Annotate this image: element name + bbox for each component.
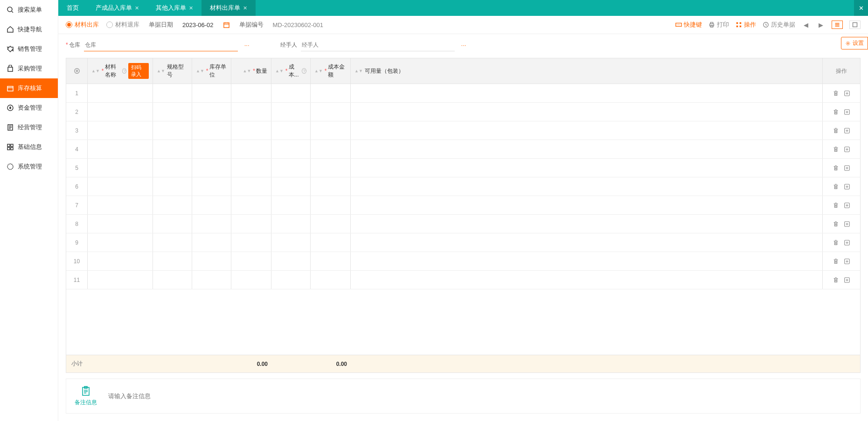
table-row[interactable]: 3 (66, 121, 860, 140)
cell-available[interactable] (351, 84, 823, 102)
sidebar-item-quicknav[interactable]: 快捷导航 (0, 20, 58, 39)
cell-name[interactable] (88, 215, 153, 233)
tab-finished-in[interactable]: 产成品入库单✕ (87, 0, 147, 16)
cell-unit[interactable] (192, 84, 231, 102)
cell-name[interactable] (88, 196, 153, 214)
close-icon[interactable]: ✕ (189, 5, 193, 11)
delete-icon[interactable] (833, 202, 839, 209)
list-view-toggle[interactable] (832, 21, 843, 29)
add-icon[interactable] (844, 146, 850, 153)
cell-cost[interactable] (271, 233, 311, 252)
more-icon[interactable]: ··· (242, 42, 252, 49)
cell-spec[interactable] (153, 233, 192, 252)
add-icon[interactable] (844, 277, 850, 283)
help-icon[interactable]: ? (302, 68, 306, 74)
cell-unit[interactable] (192, 121, 231, 140)
cell-qty[interactable] (231, 252, 271, 270)
add-icon[interactable] (844, 258, 850, 265)
cell-qty[interactable] (231, 215, 271, 233)
cell-available[interactable] (351, 177, 823, 196)
cell-name[interactable] (88, 177, 153, 196)
radio-material-return[interactable]: 材料退库 (106, 21, 139, 29)
cell-available[interactable] (351, 271, 823, 289)
delete-icon[interactable] (833, 277, 839, 283)
shortcut-button[interactable]: 快捷键 (675, 21, 702, 29)
cell-spec[interactable] (153, 196, 192, 214)
cell-cost[interactable] (271, 84, 311, 102)
cell-qty[interactable] (231, 103, 271, 121)
cell-qty[interactable] (231, 159, 271, 177)
calendar-icon[interactable] (223, 21, 230, 28)
cell-spec[interactable] (153, 84, 192, 102)
add-icon[interactable] (844, 202, 850, 209)
delete-icon[interactable] (833, 165, 839, 171)
warehouse-input[interactable] (84, 39, 238, 51)
sidebar-item-purchase[interactable]: 采购管理 (0, 59, 58, 78)
cell-spec[interactable] (153, 252, 192, 270)
date-value[interactable]: 2023-06-02 (182, 21, 214, 28)
more-icon[interactable]: ··· (458, 42, 469, 49)
cell-unit[interactable] (192, 177, 231, 196)
cell-unit[interactable] (192, 271, 231, 289)
sidebar-item-basicinfo[interactable]: 基础信息 (0, 137, 58, 157)
cell-name[interactable] (88, 140, 153, 158)
cell-available[interactable] (351, 121, 823, 140)
card-view-toggle[interactable] (849, 21, 861, 29)
table-row[interactable]: 2 (66, 103, 860, 121)
table-row[interactable]: 4 (66, 140, 860, 159)
cell-cost[interactable] (271, 121, 311, 140)
table-row[interactable]: 5 (66, 159, 860, 177)
cell-amount[interactable] (311, 84, 351, 102)
cell-spec[interactable] (153, 103, 192, 121)
col-name[interactable]: ▲▼*材料名称?扫码录入 (88, 58, 153, 84)
cell-cost[interactable] (271, 215, 311, 233)
help-icon[interactable]: ? (122, 68, 126, 74)
tab-material-out[interactable]: 材料出库单✕ (201, 0, 256, 16)
delete-icon[interactable] (833, 239, 839, 246)
cell-name[interactable] (88, 252, 153, 270)
cell-spec[interactable] (153, 121, 192, 140)
cell-amount[interactable] (311, 177, 351, 196)
close-all-icon[interactable]: ✕ (854, 0, 868, 16)
radio-material-out[interactable]: 材料出库 (66, 21, 99, 29)
cell-available[interactable] (351, 215, 823, 233)
cell-amount[interactable] (311, 196, 351, 214)
add-icon[interactable] (844, 127, 850, 134)
table-row[interactable]: 8 (66, 215, 860, 233)
table-row[interactable]: 1 (66, 84, 860, 103)
close-icon[interactable]: ✕ (135, 5, 139, 11)
cell-available[interactable] (351, 140, 823, 158)
add-icon[interactable] (844, 183, 850, 190)
delete-icon[interactable] (833, 183, 839, 190)
add-icon[interactable] (844, 109, 850, 115)
prev-arrow-icon[interactable]: ◀ (802, 21, 810, 28)
cell-qty[interactable] (231, 84, 271, 102)
table-row[interactable]: 10 (66, 252, 860, 271)
cell-name[interactable] (88, 103, 153, 121)
cell-cost[interactable] (271, 140, 311, 158)
handler-input[interactable] (301, 39, 455, 51)
add-icon[interactable] (844, 90, 850, 97)
delete-icon[interactable] (833, 109, 839, 115)
cell-amount[interactable] (311, 140, 351, 158)
cell-cost[interactable] (271, 103, 311, 121)
cell-name[interactable] (88, 159, 153, 177)
cell-amount[interactable] (311, 103, 351, 121)
tab-home[interactable]: 首页 (58, 0, 87, 16)
cell-spec[interactable] (153, 159, 192, 177)
col-qty[interactable]: ▲▼*数量 (231, 58, 271, 84)
cell-cost[interactable] (271, 196, 311, 214)
remarks-input[interactable] (108, 393, 852, 400)
cell-available[interactable] (351, 159, 823, 177)
print-button[interactable]: 打印 (708, 21, 729, 29)
cell-qty[interactable] (231, 140, 271, 158)
header-settings[interactable] (66, 58, 88, 84)
cell-name[interactable] (88, 233, 153, 252)
cell-unit[interactable] (192, 103, 231, 121)
cell-unit[interactable] (192, 233, 231, 252)
cell-spec[interactable] (153, 215, 192, 233)
col-available[interactable]: ▲▼可用量（包装） (351, 58, 823, 84)
delete-icon[interactable] (833, 258, 839, 265)
col-unit[interactable]: ▲▼*库存单位 (192, 58, 231, 84)
history-button[interactable]: 历史单据 (763, 21, 795, 29)
